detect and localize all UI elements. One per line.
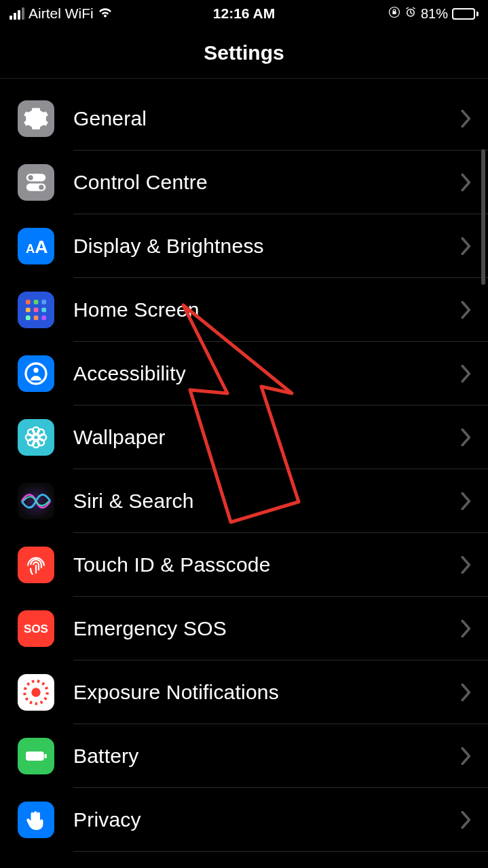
- fingerprint-icon: [18, 547, 54, 583]
- battery-icon-status: [452, 8, 478, 20]
- settings-row-label: Home Screen: [73, 298, 461, 321]
- settings-row-home-screen[interactable]: Home Screen: [0, 278, 488, 342]
- settings-row-siri[interactable]: Siri & Search: [0, 469, 488, 533]
- svg-point-18: [33, 368, 38, 372]
- settings-row-label: Wallpaper: [73, 426, 461, 449]
- chevron-right-icon: [461, 174, 472, 191]
- settings-row-touchid[interactable]: Touch ID & Passcode: [0, 533, 488, 597]
- switches-icon: [18, 164, 54, 201]
- svg-rect-12: [34, 308, 39, 313]
- settings-row-body: Accessibility: [73, 342, 488, 406]
- svg-rect-32: [45, 754, 47, 759]
- settings-row-label: Emergency SOS: [73, 617, 461, 640]
- chevron-right-icon: [461, 811, 472, 829]
- settings-row-battery[interactable]: Battery: [0, 724, 488, 788]
- settings-row-control-centre[interactable]: Control Centre: [0, 151, 488, 214]
- page-title: Settings: [0, 27, 488, 79]
- svg-rect-9: [34, 300, 39, 304]
- orientation-lock-icon: [388, 6, 400, 22]
- settings-row-label: Exposure Notifications: [73, 681, 461, 704]
- settings-row-display[interactable]: AADisplay & Brightness: [0, 214, 488, 278]
- settings-list: GeneralControl CentreAADisplay & Brightn…: [0, 79, 488, 852]
- chevron-right-icon: [461, 237, 472, 255]
- gear-icon: [18, 100, 54, 137]
- svg-point-19: [33, 435, 39, 440]
- alarm-icon: [405, 6, 417, 22]
- bottom-black-bar: [0, 854, 488, 868]
- settings-row-privacy[interactable]: Privacy: [0, 788, 488, 852]
- status-bar-right: 81%: [388, 6, 478, 22]
- chevron-right-icon: [461, 747, 472, 765]
- exposure-icon: [18, 674, 54, 711]
- svg-rect-16: [41, 315, 46, 320]
- settings-row-label: Display & Brightness: [73, 235, 461, 258]
- svg-rect-31: [26, 751, 44, 760]
- svg-point-17: [26, 363, 46, 384]
- svg-point-5: [39, 184, 43, 189]
- battery-icon: [18, 738, 54, 774]
- person-circle-icon: [18, 355, 54, 392]
- settings-row-label: Accessibility: [73, 362, 461, 385]
- flower-icon: [18, 419, 54, 456]
- battery-percent-label: 81%: [421, 6, 448, 22]
- cellular-signal-icon: [10, 7, 24, 20]
- chevron-right-icon: [461, 429, 472, 446]
- svg-point-30: [31, 688, 40, 696]
- carrier-label: Airtel WiFi: [29, 5, 94, 22]
- settings-row-body: Control Centre: [73, 151, 488, 214]
- settings-row-body: Emergency SOS: [73, 597, 488, 660]
- settings-row-sos[interactable]: SOSEmergency SOS: [0, 597, 488, 660]
- svg-rect-10: [41, 300, 46, 304]
- settings-row-body: Privacy: [73, 788, 488, 852]
- settings-row-exposure[interactable]: Exposure Notifications: [0, 660, 488, 724]
- svg-point-3: [28, 175, 33, 180]
- settings-row-label: General: [73, 107, 461, 130]
- wifi-icon: [98, 6, 113, 22]
- chevron-right-icon: [461, 110, 472, 127]
- settings-row-label: Battery: [73, 745, 461, 768]
- settings-row-label: Siri & Search: [73, 490, 461, 513]
- chevron-right-icon: [461, 620, 472, 637]
- settings-row-body: Display & Brightness: [73, 214, 488, 278]
- scroll-indicator[interactable]: [481, 149, 485, 285]
- settings-row-body: Touch ID & Passcode: [73, 533, 488, 597]
- settings-row-wallpaper[interactable]: Wallpaper: [0, 406, 488, 469]
- settings-row-body: Siri & Search: [73, 469, 488, 533]
- settings-row-body: Home Screen: [73, 278, 488, 342]
- svg-rect-11: [26, 308, 31, 313]
- settings-row-label: Privacy: [73, 808, 461, 831]
- chevron-right-icon: [461, 492, 472, 510]
- settings-row-body: Exposure Notifications: [73, 660, 488, 724]
- svg-text:A: A: [35, 237, 48, 257]
- apps-grid-icon: [18, 292, 54, 328]
- sos-icon: SOS: [18, 610, 54, 647]
- siri-icon: [18, 483, 54, 519]
- settings-row-body: Battery: [73, 724, 488, 788]
- svg-text:A: A: [26, 241, 35, 256]
- chevron-right-icon: [461, 301, 472, 319]
- page-title-label: Settings: [204, 41, 284, 64]
- chevron-right-icon: [461, 684, 472, 701]
- settings-row-label: Control Centre: [73, 171, 461, 194]
- chevron-right-icon: [461, 365, 472, 382]
- text-size-icon: AA: [18, 228, 54, 264]
- settings-row-body: General: [73, 87, 488, 151]
- svg-rect-15: [34, 315, 39, 320]
- svg-rect-14: [26, 315, 31, 320]
- svg-rect-13: [41, 308, 46, 313]
- settings-row-accessibility[interactable]: Accessibility: [0, 342, 488, 406]
- settings-row-general[interactable]: General: [0, 87, 488, 151]
- settings-row-body: Wallpaper: [73, 406, 488, 469]
- status-bar-left: Airtel WiFi: [10, 5, 113, 22]
- svg-text:SOS: SOS: [24, 623, 48, 635]
- settings-row-label: Touch ID & Passcode: [73, 553, 461, 576]
- svg-rect-8: [26, 300, 31, 304]
- status-bar: Airtel WiFi 12:16 AM 81%: [0, 0, 488, 27]
- hand-icon: [18, 802, 54, 838]
- chevron-right-icon: [461, 556, 472, 574]
